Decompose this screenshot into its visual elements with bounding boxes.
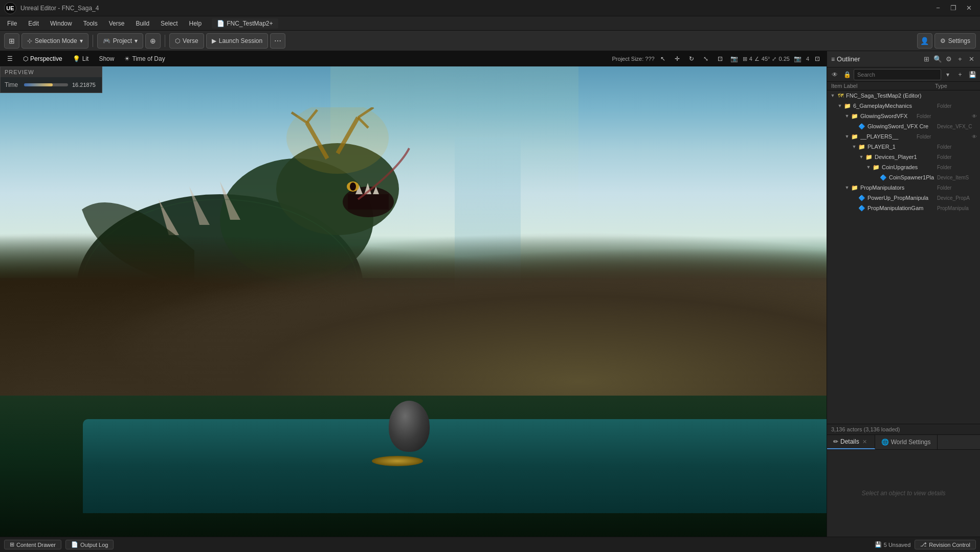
selection-mode-icon: ⊹: [27, 37, 32, 44]
menu-edit[interactable]: Edit: [23, 18, 44, 29]
revision-control-button[interactable]: ⎇ Revision Control: [915, 540, 976, 549]
add-button[interactable]: ⊕: [145, 33, 161, 49]
tree-item-prop-manip-game[interactable]: 🔷 PropManipulationGam PropManipula: [827, 203, 980, 213]
ue-logo: UE: [4, 2, 16, 14]
camera-speed-button[interactable]: 📷: [728, 53, 741, 64]
content-drawer-label: Content Drawer: [16, 542, 56, 548]
tree-item-players[interactable]: ▼ 📁 __PLAYERS__ Folder 👁: [827, 131, 980, 142]
menu-window[interactable]: Window: [45, 18, 77, 29]
scene-egg: [389, 401, 430, 452]
col-item-label: Item Label: [831, 83, 935, 89]
lit-mode-button[interactable]: 💡 Lit: [69, 54, 93, 63]
window-controls: − ❐ ✕: [931, 3, 976, 14]
menu-verse[interactable]: Verse: [104, 18, 130, 29]
outliner-search-toggle[interactable]: 🔍: [933, 55, 942, 64]
project-button[interactable]: 🎮 Project ▾: [97, 33, 143, 49]
viewport-container[interactable]: ☰ ⬡ Perspective 💡 Lit Show ☀ Time of Day…: [0, 51, 827, 537]
tree-icon-sword: 📁: [851, 113, 859, 120]
details-tab-details[interactable]: ✏ Details ✕: [827, 435, 875, 449]
scale-tool-button[interactable]: ⤡: [700, 53, 712, 64]
content-drawer-button[interactable]: ⊞ Content Drawer: [4, 540, 61, 549]
outliner-dropdown-button[interactable]: ▾: [942, 69, 953, 80]
world-settings-tab[interactable]: 🌐 World Settings: [875, 435, 938, 449]
outliner-save-button[interactable]: 💾: [967, 69, 978, 80]
tod-time-label: Time: [5, 81, 20, 88]
surface-snap-button[interactable]: ⊡: [714, 53, 726, 64]
tree-item-gameplay-mechanics[interactable]: ▼ 📁 6_GameplayMechanics Folder: [827, 101, 980, 111]
title-bar: UE Unreal Editor - FNC_Saga_4 − ❐ ✕: [0, 0, 980, 16]
details-tab-close[interactable]: ✕: [861, 438, 868, 445]
select-tool-button[interactable]: ↖: [657, 53, 669, 64]
more-options-button[interactable]: ⋯: [270, 33, 285, 49]
rotate-tool-button[interactable]: ↻: [685, 53, 698, 64]
time-of-day-button[interactable]: ☀ Time of Day: [120, 54, 169, 63]
layout-icon-button[interactable]: ⊞: [4, 33, 19, 49]
project-tab[interactable]: 📄 FNC_TestMap2+: [212, 18, 278, 29]
selection-mode-button[interactable]: ⊹ Selection Mode ▾: [21, 33, 88, 49]
launch-session-button[interactable]: ▶ Launch Session: [206, 33, 268, 49]
content-drawer-icon: ⊞: [10, 541, 14, 548]
restore-button[interactable]: ❐: [946, 3, 961, 14]
outliner-eye-button[interactable]: 👁: [829, 69, 840, 80]
menu-bar: File Edit Window Tools Verse Build Selec…: [0, 16, 980, 31]
tod-preview-label: PREVIEW: [5, 69, 34, 75]
fullscreen-button[interactable]: ⊡: [811, 53, 823, 64]
camera-count-button[interactable]: 📷: [792, 53, 804, 64]
col-type: Type: [935, 83, 976, 89]
tree-item-devices-player1[interactable]: ▼ 📁 Devices_Player1 Folder: [827, 152, 980, 162]
tree-item-root[interactable]: ▼ 🗺 FNC_Saga_TestMap2 (Editor): [827, 90, 980, 101]
revision-icon: ⎇: [920, 541, 927, 548]
time-of-day-label: Time of Day: [132, 55, 165, 62]
perspective-mode-button[interactable]: ⬡ Perspective: [19, 54, 66, 63]
translate-tool-button[interactable]: ✛: [671, 53, 683, 64]
tree-item-coin-spawner[interactable]: 🔷 CoinSpawner1Pla Device_ItemS: [827, 172, 980, 182]
tree-icon-player1: 📁: [858, 144, 866, 150]
outliner-search-input[interactable]: [854, 69, 941, 80]
tree-item-prop-manip[interactable]: ▼ 📁 PropManipulators Folder: [827, 182, 980, 193]
menu-build[interactable]: Build: [130, 18, 154, 29]
outliner-close-button[interactable]: ✕: [967, 55, 976, 64]
output-log-icon: 📄: [71, 541, 78, 548]
eye-icon-sword[interactable]: 👁: [971, 112, 978, 120]
tree-item-powerup[interactable]: 🔷 PowerUp_PropManipula Device_PropA: [827, 193, 980, 203]
settings-icon: ⚙: [940, 37, 946, 44]
tod-panel-body: Time 16.21875: [1, 77, 102, 93]
angle-icon-label: ∠: [754, 56, 760, 62]
outliner-add-item-button[interactable]: +: [954, 69, 966, 80]
settings-button[interactable]: ⚙ Settings: [934, 33, 976, 49]
menu-tools[interactable]: Tools: [78, 18, 103, 29]
outliner-settings-button[interactable]: ⚙: [944, 55, 953, 64]
perspective-label: Perspective: [30, 55, 62, 62]
tree-item-glowing-sword[interactable]: ▼ 📁 GlowingSwordVFX Folder 👁: [827, 111, 980, 121]
menu-file[interactable]: File: [2, 18, 22, 29]
settings-label: Settings: [948, 37, 970, 44]
menu-select[interactable]: Select: [155, 18, 183, 29]
tree-item-player1[interactable]: ▼ 📁 PLAYER_1 Folder: [827, 142, 980, 152]
verse-button[interactable]: ⬡ Verse: [169, 33, 204, 49]
close-button[interactable]: ✕: [962, 3, 976, 14]
viewport-menu-button[interactable]: ☰: [3, 54, 17, 63]
tree-name-players: __PLAYERS__: [860, 133, 917, 140]
tree-item-coin-upgrades[interactable]: ▼ 📁 CoinUpgrades Folder: [827, 162, 980, 172]
outliner-search-bar: 👁 🔒 ▾ + 💾: [827, 67, 980, 82]
camera-count-label: 4: [806, 56, 809, 62]
tree-icon-players: 📁: [851, 133, 859, 140]
user-icon-button[interactable]: 👤: [917, 33, 932, 49]
show-button[interactable]: Show: [95, 54, 118, 63]
details-pencil-icon: ✏: [833, 438, 838, 445]
tree-name-spawner: CoinSpawner1Pla: [889, 174, 937, 180]
angle-value-label: 45°: [762, 56, 770, 62]
lit-icon: 💡: [73, 55, 80, 62]
outliner-lock-button[interactable]: 🔒: [841, 69, 853, 80]
tree-item-glowing-vfx[interactable]: 🔷 GlowingSword_VFX Cre Device_VFX_C: [827, 121, 980, 131]
minimize-button[interactable]: −: [931, 3, 945, 14]
eye-icon-players[interactable]: 👁: [971, 133, 978, 140]
outliner-add-button[interactable]: +: [955, 55, 965, 64]
outliner-filter-button[interactable]: ⊞: [922, 55, 931, 64]
world-settings-label: World Settings: [891, 439, 931, 446]
tree-type-powerup: Device_PropA: [937, 195, 978, 201]
tod-slider-track[interactable]: [24, 83, 68, 86]
outliner-tree[interactable]: ▼ 🗺 FNC_Saga_TestMap2 (Editor) ▼ 📁 6_Gam…: [827, 90, 980, 424]
menu-help[interactable]: Help: [184, 18, 207, 29]
output-log-button[interactable]: 📄 Output Log: [65, 540, 114, 549]
